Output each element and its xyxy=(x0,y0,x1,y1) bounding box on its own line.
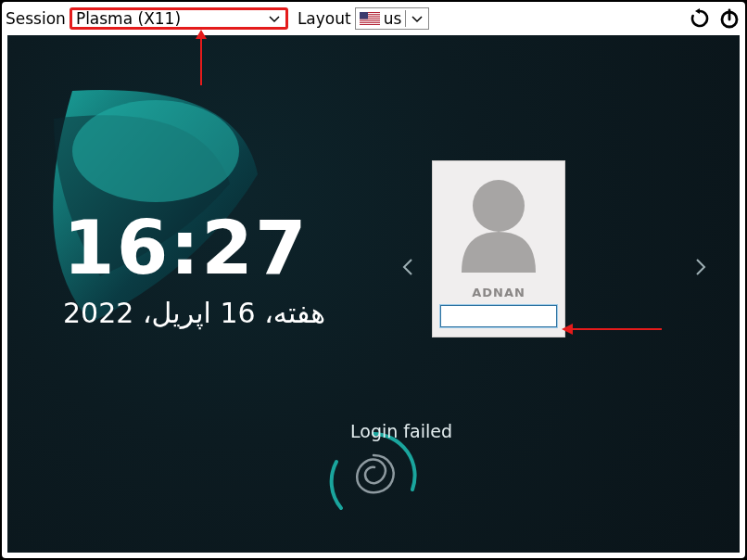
divider xyxy=(405,10,406,27)
avatar-icon xyxy=(433,161,564,282)
clock-date: هفته، 16 اپریل، 2022 xyxy=(63,297,325,329)
us-flag-icon xyxy=(360,12,380,25)
login-screen: 16:27 هفته، 16 اپریل، 2022 ADNAN Login f… xyxy=(7,35,740,553)
top-bar: Session Plasma (X11) Layout xyxy=(6,6,741,32)
login-card: ADNAN xyxy=(432,160,565,337)
annotation-arrow-up xyxy=(194,30,209,87)
clock-time: 16:27 xyxy=(63,211,325,286)
svg-point-10 xyxy=(72,100,239,202)
session-label: Session xyxy=(6,9,66,28)
password-input[interactable] xyxy=(440,305,557,327)
next-user-button[interactable] xyxy=(690,256,712,278)
prev-user-button[interactable] xyxy=(397,256,419,278)
chevron-down-icon xyxy=(267,11,282,26)
svg-rect-7 xyxy=(360,12,368,19)
svg-marker-15 xyxy=(562,324,573,335)
svg-rect-4 xyxy=(360,19,380,20)
session-select[interactable]: Plasma (X11) xyxy=(70,7,288,30)
svg-point-11 xyxy=(473,180,525,232)
chevron-down-icon xyxy=(410,11,424,26)
restart-button[interactable] xyxy=(688,6,712,31)
layout-label: Layout xyxy=(298,9,351,28)
annotation-arrow-left xyxy=(562,322,664,337)
svg-rect-5 xyxy=(360,21,380,22)
svg-rect-6 xyxy=(360,23,380,24)
layout-select[interactable]: us xyxy=(355,7,430,30)
login-status: Login failed xyxy=(7,421,740,441)
svg-marker-13 xyxy=(196,30,207,39)
layout-value: us xyxy=(384,9,402,28)
session-value: Plasma (X11) xyxy=(76,9,181,28)
window-frame: Session Plasma (X11) Layout xyxy=(0,0,747,560)
shutdown-button[interactable] xyxy=(717,6,741,31)
username-label: ADNAN xyxy=(472,286,525,299)
clock-block: 16:27 هفته، 16 اپریل، 2022 xyxy=(63,211,325,329)
